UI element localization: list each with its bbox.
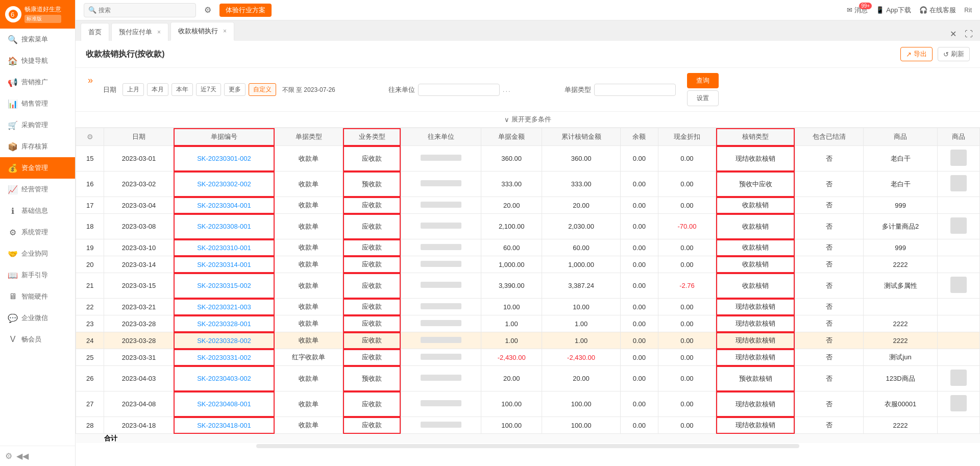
sidebar-item-3[interactable]: 📊销售管理 xyxy=(0,93,75,114)
code-link[interactable]: SK-20230321-003 xyxy=(197,303,251,311)
this-year-btn[interactable]: 本年 xyxy=(172,83,193,96)
sidebar-item-4[interactable]: 🛒采购管理 xyxy=(0,114,75,136)
horizontal-scrollbar[interactable] xyxy=(256,444,799,448)
search-input[interactable] xyxy=(99,7,191,14)
code-link[interactable]: SK-20230301-002 xyxy=(197,155,251,162)
cell-no: 19 xyxy=(76,239,104,256)
sidebar-item-13[interactable]: 💬企业微信 xyxy=(0,307,75,329)
cell-unit xyxy=(401,332,481,349)
cell-balance: 0.00 xyxy=(621,171,658,197)
code-link[interactable]: SK-20230315-002 xyxy=(197,282,251,289)
last-month-btn[interactable]: 上月 xyxy=(122,83,144,96)
close-tab-icon[interactable]: ✕ xyxy=(948,27,959,41)
cell-amount: 100.00 xyxy=(481,391,542,417)
code-link[interactable]: SK-20230328-001 xyxy=(197,320,251,328)
expand-filter-bar[interactable]: ∨ 展开更多条件 xyxy=(76,112,980,128)
sidebar-item-10[interactable]: 🤝企业协同 xyxy=(0,243,75,264)
sidebar-item-6[interactable]: 💰资金管理 xyxy=(0,157,75,179)
col-settings[interactable]: ⚙ xyxy=(76,128,104,146)
cell-code: SK-20230302-002 xyxy=(174,171,274,197)
cell-unit xyxy=(401,239,481,256)
message-button[interactable]: ✉ 消息 99+ xyxy=(847,6,868,15)
sidebar-item-5[interactable]: 📦库存核算 xyxy=(0,136,75,157)
cell-verify-type: 收款核销 xyxy=(716,239,795,256)
table-header-row: ⚙ 日期 单据编号 单据类型 业务类型 往来单位 单据金额 累计核销金额 余额 … xyxy=(76,128,980,146)
type-select[interactable] xyxy=(594,84,676,96)
sidebar-bottom: ⚙ ◀◀ xyxy=(0,446,75,466)
cell-product: 衣服00001 xyxy=(863,391,937,417)
sidebar-item-1[interactable]: 🏠快捷导航 xyxy=(0,50,75,71)
cell-product-img xyxy=(938,417,980,434)
refresh-button[interactable]: ↺ 刷新 xyxy=(938,47,970,61)
code-link[interactable]: SK-20230408-001 xyxy=(197,400,251,408)
code-link[interactable]: SK-20230403-002 xyxy=(197,375,251,382)
customer-service-button[interactable]: 🎧 在线客服 xyxy=(919,6,956,15)
tab-prepay[interactable]: 预付应付单 × xyxy=(111,23,168,41)
cell-settled: 20.00 xyxy=(542,197,620,214)
more-btn[interactable]: 更多 xyxy=(224,83,246,96)
last-7days-btn[interactable]: 近7天 xyxy=(196,83,221,96)
sidebar-item-0[interactable]: 🔍搜索菜单 xyxy=(0,29,75,50)
table-row: 15 2023-03-01 SK-20230301-002 收款单 应收款 36… xyxy=(76,146,980,171)
sidebar-icon-13: 💬 xyxy=(8,313,17,323)
settings-icon[interactable]: ⚙ xyxy=(5,451,12,461)
code-link[interactable]: SK-20230310-001 xyxy=(197,244,251,252)
col-discount: 现金折扣 xyxy=(658,128,716,146)
unit-input[interactable] xyxy=(418,84,500,96)
solution-button[interactable]: 体验行业方案 xyxy=(219,4,272,17)
cell-date: 2023-04-03 xyxy=(104,366,174,391)
topbar-right: ✉ 消息 99+ 📱 App下载 🎧 在线客服 Rit xyxy=(847,6,972,15)
collapse-icon[interactable]: ◀◀ xyxy=(16,451,29,461)
sidebar-item-2[interactable]: 📢营销推广 xyxy=(0,71,75,93)
cell-verify-type: 预收款核销 xyxy=(716,366,795,391)
code-link[interactable]: SK-20230308-001 xyxy=(197,223,251,230)
cell-balance: 0.00 xyxy=(621,417,658,434)
code-link[interactable]: SK-20230302-002 xyxy=(197,180,251,188)
cell-code: SK-20230408-001 xyxy=(174,391,274,417)
cell-amount: 10.00 xyxy=(481,299,542,315)
col-bill-type: 单据类型 xyxy=(275,128,343,146)
custom-btn[interactable]: 自定义 xyxy=(249,83,276,96)
sidebar-logo: 6 畅康道好生意 标准版 xyxy=(0,0,75,29)
export-button[interactable]: ↗ 导出 xyxy=(900,47,933,61)
tab-prepay-close[interactable]: × xyxy=(157,29,161,36)
cell-discount: 0.00 xyxy=(658,239,716,256)
sidebar-item-11[interactable]: 📖新手引导 xyxy=(0,264,75,286)
table-row: 24 2023-03-28 SK-20230328-002 收款单 应收款 1.… xyxy=(76,332,980,349)
cell-amount: 2,100.00 xyxy=(481,214,542,239)
col-unit: 往来单位 xyxy=(401,128,481,146)
setting-button[interactable]: 设置 xyxy=(687,90,719,106)
gear-icon[interactable]: ⚙ xyxy=(204,5,211,15)
user-name[interactable]: Rit xyxy=(964,7,972,14)
sidebar-item-7[interactable]: 📈经营管理 xyxy=(0,179,75,200)
cell-code: SK-20230328-001 xyxy=(174,315,274,332)
sidebar-label-7: 经营管理 xyxy=(21,185,48,194)
search-bar[interactable]: 🔍 xyxy=(84,3,196,17)
sidebar-item-9[interactable]: ⚙系统管理 xyxy=(0,222,75,243)
app-download-button[interactable]: 📱 App下载 xyxy=(876,6,911,15)
sidebar-item-14[interactable]: V畅会员 xyxy=(0,329,75,350)
code-link[interactable]: SK-20230418-001 xyxy=(197,422,251,429)
this-month-btn[interactable]: 本月 xyxy=(147,83,168,96)
cell-amount: 1,000.00 xyxy=(481,256,542,273)
tab-verify-close[interactable]: × xyxy=(223,28,227,35)
unit-filter: 往来单位 ... xyxy=(388,84,511,96)
cell-date: 2023-03-31 xyxy=(104,349,174,366)
sidebar-item-8[interactable]: ℹ基础信息 xyxy=(0,200,75,222)
maximize-icon[interactable]: ⛶ xyxy=(963,28,975,41)
code-link[interactable]: SK-20230304-001 xyxy=(197,202,251,209)
code-link[interactable]: SK-20230328-002 xyxy=(197,337,251,345)
tab-verify[interactable]: 收款核销执行 × xyxy=(170,22,234,41)
cell-biz-type: 应收款 xyxy=(343,417,401,434)
query-button[interactable]: 查询 xyxy=(687,73,719,88)
sidebar-item-12[interactable]: 🖥智能硬件 xyxy=(0,286,75,307)
unit-dots[interactable]: ... xyxy=(503,86,511,93)
cell-bill-type: 收款单 xyxy=(275,315,343,332)
code-link[interactable]: SK-20230331-002 xyxy=(197,354,251,361)
code-link[interactable]: SK-20230314-001 xyxy=(197,261,251,268)
cell-unit xyxy=(401,366,481,391)
filter-toggle-icon[interactable]: » xyxy=(86,73,95,88)
tab-home[interactable]: 首页 xyxy=(81,23,109,41)
sidebar: 6 畅康道好生意 标准版 🔍搜索菜单🏠快捷导航📢营销推广📊销售管理🛒采购管理📦库… xyxy=(0,0,76,466)
cell-amount: 360.00 xyxy=(481,146,542,171)
